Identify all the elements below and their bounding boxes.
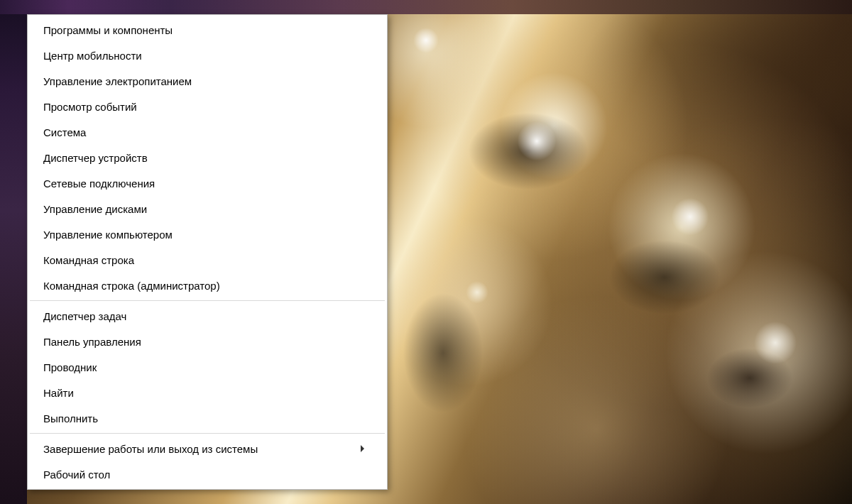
menu-item-task-manager[interactable]: Диспетчер задач (29, 303, 386, 329)
menu-item-label: Управление электропитанием (43, 75, 192, 87)
menu-item-mobility-center[interactable]: Центр мобильности (29, 43, 386, 68)
top-edge-band (0, 0, 852, 14)
menu-item-network-connections[interactable]: Сетевые подключения (29, 170, 386, 196)
menu-item-label: Завершение работы или выход из системы (43, 443, 258, 455)
menu-item-label: Диспетчер задач (43, 310, 126, 322)
menu-item-label: Проводник (43, 361, 97, 373)
menu-item-label: Программы и компоненты (43, 24, 173, 36)
menu-item-command-prompt-admin[interactable]: Командная строка (администратор) (29, 273, 386, 298)
menu-item-label: Просмотр событий (43, 101, 137, 113)
menu-item-power-options[interactable]: Управление электропитанием (29, 68, 386, 94)
menu-item-file-explorer[interactable]: Проводник (29, 354, 386, 380)
menu-item-control-panel[interactable]: Панель управления (29, 329, 386, 354)
menu-item-label: Диспетчер устройств (43, 152, 148, 164)
menu-item-label: Панель управления (43, 336, 141, 348)
left-edge-gutter (0, 14, 27, 504)
menu-item-label: Рабочий стол (43, 469, 110, 481)
menu-item-label: Управление компьютером (43, 229, 173, 241)
menu-item-programs-and-features[interactable]: Программы и компоненты (29, 17, 386, 43)
menu-item-disk-management[interactable]: Управление дисками (29, 196, 386, 221)
menu-item-label: Выполнить (43, 412, 98, 424)
menu-item-label: Управление дисками (43, 203, 147, 215)
menu-item-event-viewer[interactable]: Просмотр событий (29, 94, 386, 119)
menu-separator (30, 433, 385, 434)
menu-item-label: Командная строка (43, 254, 134, 266)
menu-item-label: Центр мобильности (43, 50, 142, 62)
menu-item-shutdown-signout[interactable]: Завершение работы или выход из системы (29, 436, 386, 461)
menu-item-label: Система (43, 126, 86, 138)
menu-item-command-prompt[interactable]: Командная строка (29, 247, 386, 273)
winx-context-menu: Программы и компоненты Центр мобильности… (27, 14, 388, 490)
menu-item-desktop[interactable]: Рабочий стол (29, 461, 386, 487)
menu-item-computer-management[interactable]: Управление компьютером (29, 221, 386, 247)
menu-item-label: Сетевые подключения (43, 177, 155, 190)
menu-item-label: Найти (43, 387, 74, 399)
menu-item-label: Командная строка (администратор) (43, 280, 220, 292)
menu-item-search[interactable]: Найти (29, 380, 386, 405)
menu-item-device-manager[interactable]: Диспетчер устройств (29, 145, 386, 170)
menu-item-system[interactable]: Система (29, 119, 386, 145)
chevron-right-icon (361, 445, 364, 452)
menu-separator (30, 300, 385, 301)
menu-item-run[interactable]: Выполнить (29, 405, 386, 431)
